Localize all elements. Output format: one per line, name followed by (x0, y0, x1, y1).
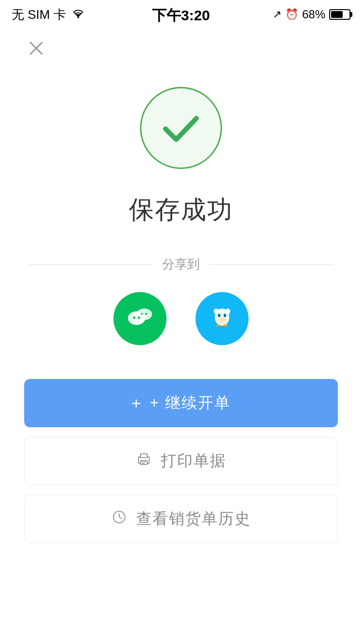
status-bar: 无 SIM 卡 下午3:20 ↗ ⏰ 68% (0, 0, 362, 29)
print-label: 打印单据 (161, 450, 226, 472)
share-section: 分享到 (0, 256, 362, 345)
action-buttons: + + 继续开单 打印单据 (0, 379, 362, 543)
share-icons-row (113, 292, 249, 345)
svg-point-17 (223, 324, 228, 326)
svg-point-15 (218, 317, 226, 323)
view-history-button[interactable]: 查看销货单历史 (24, 495, 338, 543)
wechat-share-button[interactable] (113, 292, 167, 345)
battery-icon (329, 9, 350, 20)
success-icon (140, 87, 222, 169)
svg-rect-24 (141, 463, 145, 464)
svg-point-16 (216, 324, 221, 326)
time-display: 下午3:20 (152, 6, 210, 26)
close-button[interactable] (24, 36, 48, 60)
view-history-label: 查看销货单历史 (136, 508, 251, 530)
wifi-icon (71, 7, 85, 22)
status-right: ↗ ⏰ 68% (273, 8, 350, 21)
share-label: 分享到 (153, 256, 209, 273)
svg-point-18 (214, 308, 219, 314)
divider-right (209, 264, 333, 265)
carrier-label: 无 SIM 卡 (12, 6, 66, 23)
svg-point-13 (224, 315, 226, 317)
history-icon (111, 509, 127, 529)
continue-new-order-label: + 继续开单 (150, 392, 231, 414)
svg-point-6 (138, 317, 140, 319)
location-icon: ↗ (273, 8, 281, 21)
share-divider: 分享到 (0, 256, 362, 273)
alarm-icon: ⏰ (285, 8, 298, 21)
svg-point-0 (77, 16, 79, 18)
svg-rect-23 (141, 462, 146, 462)
svg-point-5 (133, 317, 136, 319)
battery-percent: 68% (302, 8, 325, 21)
svg-point-7 (141, 313, 143, 315)
svg-point-12 (219, 315, 220, 317)
print-button[interactable]: 打印单据 (24, 437, 338, 485)
svg-rect-22 (140, 461, 147, 464)
success-title: 保存成功 (129, 193, 233, 227)
print-icon (136, 451, 152, 471)
qq-share-button[interactable] (195, 292, 249, 345)
plus-icon: + (131, 394, 141, 413)
svg-point-19 (225, 308, 230, 314)
continue-new-order-button[interactable]: + + 继续开单 (24, 379, 338, 427)
svg-point-8 (145, 313, 147, 315)
svg-rect-21 (140, 454, 147, 458)
main-content: 保存成功 分享到 (0, 29, 362, 543)
divider-left (29, 264, 153, 265)
status-left: 无 SIM 卡 (12, 6, 85, 23)
